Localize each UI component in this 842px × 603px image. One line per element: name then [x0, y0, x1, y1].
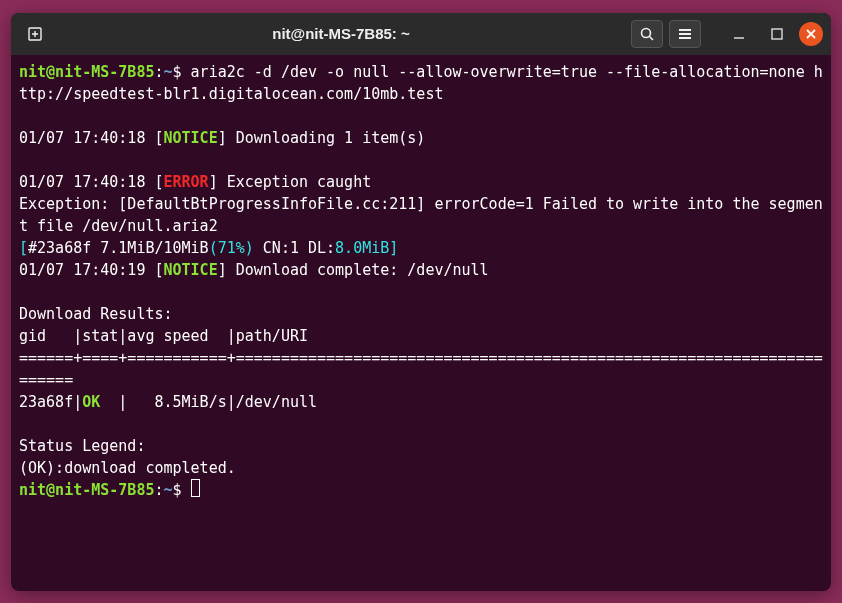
prompt-userhost: nit@nit-MS-7B85	[19, 481, 154, 499]
notice-tag: NOTICE	[164, 261, 218, 279]
status-ok: OK	[82, 393, 100, 411]
titlebar: nit@nit-MS-7B85: ~	[11, 13, 831, 55]
output-line: (OK):download completed.	[19, 459, 236, 477]
search-button[interactable]	[631, 20, 663, 48]
output-line: ======+====+===========+================…	[19, 349, 823, 389]
progress-main: #23a68f 7.1MiB/10MiB	[28, 239, 209, 257]
prompt-sep: :	[154, 481, 163, 499]
output-line: ] Download complete: /dev/null	[218, 261, 489, 279]
minimize-button[interactable]	[723, 20, 755, 48]
output-line: ] Exception caught	[209, 173, 372, 191]
svg-point-3	[642, 28, 651, 37]
maximize-button[interactable]	[761, 20, 793, 48]
close-button[interactable]	[799, 22, 823, 46]
output-line: 01/07 17:40:18 [	[19, 173, 164, 191]
terminal-body[interactable]: nit@nit-MS-7B85:~$ aria2c -d /dev -o nul…	[11, 55, 831, 591]
output-line: 23a68f|	[19, 393, 82, 411]
progress-dl: 8.0MiB	[335, 239, 389, 257]
progress-cn: CN:1 DL:	[254, 239, 335, 257]
svg-rect-9	[772, 29, 782, 39]
svg-line-4	[650, 36, 654, 40]
prompt-path: ~	[164, 481, 173, 499]
output-line: ] Downloading 1 item(s)	[218, 129, 426, 147]
new-tab-button[interactable]	[19, 20, 51, 48]
prompt-path: ~	[164, 63, 173, 81]
notice-tag: NOTICE	[164, 129, 218, 147]
prompt-dollar: $	[173, 63, 182, 81]
output-line: Status Legend:	[19, 437, 145, 455]
error-tag: ERROR	[164, 173, 209, 191]
prompt-userhost: nit@nit-MS-7B85	[19, 63, 154, 81]
terminal-window: nit@nit-MS-7B85: ~	[11, 13, 831, 591]
output-line: | 8.5MiB/s|/dev/null	[100, 393, 317, 411]
output-line: Exception: [DefaultBtProgressInfoFile.cc…	[19, 195, 823, 235]
output-line: 01/07 17:40:19 [	[19, 261, 164, 279]
output-line: Download Results:	[19, 305, 173, 323]
cursor	[191, 479, 200, 497]
prompt-dollar: $	[173, 481, 182, 499]
output-line: 01/07 17:40:18 [	[19, 129, 164, 147]
progress-bracket: ]	[389, 239, 398, 257]
prompt-sep: :	[154, 63, 163, 81]
progress-pct: (71%)	[209, 239, 254, 257]
menu-button[interactable]	[669, 20, 701, 48]
output-line: gid |stat|avg speed |path/URI	[19, 327, 308, 345]
progress-bracket: [	[19, 239, 28, 257]
window-title: nit@nit-MS-7B85: ~	[57, 25, 625, 42]
